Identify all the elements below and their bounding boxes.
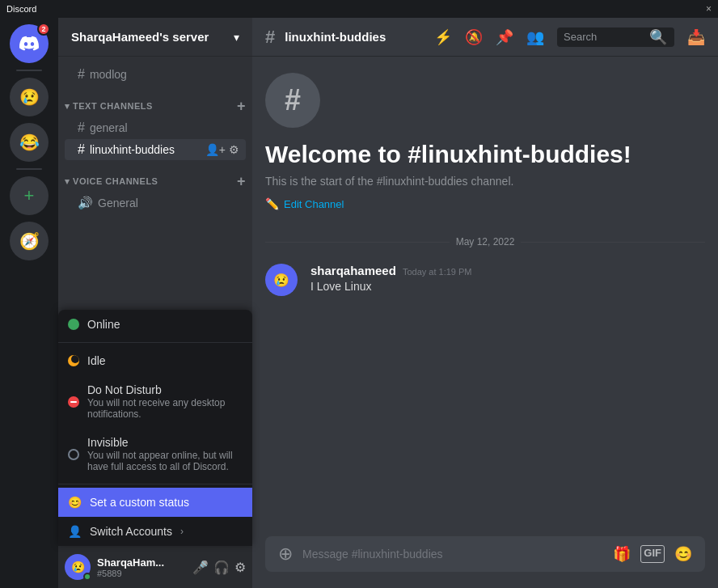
- user-controls: 🎤 🎧 ⚙: [192, 560, 246, 575]
- invisible-desc: You will not appear online, but will hav…: [87, 450, 243, 472]
- hash-welcome-icon: #: [285, 83, 301, 117]
- header-icons: ⚡ 🔕 📌 👥 🔍 📥: [434, 27, 705, 47]
- switch-accounts-icon: 👤: [68, 525, 82, 538]
- close-button[interactable]: ×: [706, 3, 712, 15]
- message-input[interactable]: [302, 548, 603, 561]
- server-dropdown-icon: ▾: [234, 31, 239, 44]
- idle-status-icon: [68, 355, 79, 366]
- welcome-description: This is the start of the #linuxhint-budd…: [265, 175, 705, 188]
- switch-accounts-label: Switch Accounts: [90, 525, 172, 538]
- idle-label: Idle: [87, 354, 106, 367]
- titlebar-title: Discord: [6, 4, 706, 14]
- user-avatar[interactable]: 😢: [65, 554, 91, 580]
- set-custom-status-item[interactable]: → 😊 Set a custom status: [58, 488, 252, 517]
- custom-status-emoji: 😊: [68, 496, 82, 509]
- invisible-content: Invisible You will not appear online, bu…: [87, 436, 243, 472]
- message-item: 😢 sharqahameed Today at 1:19 PM I Love L…: [265, 260, 705, 299]
- status-idle-item[interactable]: Idle: [58, 346, 252, 375]
- channel-item-linuxhint-buddies[interactable]: # linuxhint-buddies 👤+ ⚙: [65, 139, 246, 160]
- section-chevron: ▾: [65, 176, 73, 186]
- message-author: sharqahameed: [310, 264, 396, 277]
- messages-area: # Welcome to #linuxhint-buddies! This is…: [252, 57, 718, 536]
- search-icon: 🔍: [649, 28, 667, 46]
- add-text-channel-button[interactable]: +: [237, 99, 246, 113]
- message-input-area: ⊕ 🎁 GIF 😊: [252, 536, 718, 588]
- channel-item-general-voice[interactable]: 🔊 General: [65, 192, 246, 214]
- channel-sidebar: SharqaHameed's server ▾ # modlog ▾ TEXT …: [58, 18, 252, 588]
- pencil-icon: ✏️: [265, 197, 279, 210]
- gift-icon[interactable]: 🎁: [613, 545, 631, 563]
- status-dnd-item[interactable]: Do Not Disturb You will not receive any …: [58, 375, 252, 428]
- gif-button[interactable]: GIF: [640, 545, 665, 563]
- add-server-button[interactable]: +: [10, 176, 49, 215]
- member-list-icon[interactable]: 👥: [526, 28, 544, 46]
- dnd-status-icon: [68, 396, 79, 408]
- server-icon-1[interactable]: 😢: [10, 78, 49, 116]
- mute-icon[interactable]: 🔕: [465, 28, 483, 46]
- message-author-avatar: 😢: [265, 264, 298, 296]
- inbox-icon[interactable]: 📥: [687, 28, 705, 46]
- headphones-button[interactable]: 🎧: [213, 560, 230, 575]
- status-online-item[interactable]: Online: [58, 310, 252, 339]
- threads-icon[interactable]: ⚡: [434, 28, 452, 46]
- date-line-left: [265, 242, 450, 243]
- menu-divider-2: [58, 484, 252, 484]
- server-divider-2: [16, 168, 42, 170]
- message-header: sharqahameed Today at 1:19 PM: [310, 264, 705, 277]
- emoji-button[interactable]: 😊: [674, 545, 692, 563]
- channel-name: general: [90, 121, 128, 134]
- status-context-menu: Online Idle Do Not Disturb You will not …: [58, 310, 252, 546]
- custom-status-label: Set a custom status: [90, 496, 189, 509]
- add-member-icon[interactable]: 👤+: [205, 143, 226, 156]
- voice-channels-label: ▾ VOICE CHANNELS: [65, 176, 158, 187]
- microphone-button[interactable]: 🎤: [192, 560, 209, 575]
- user-info: SharqaHam... #5889: [97, 556, 186, 578]
- status-invisible-item[interactable]: Invisible You will not appear online, bu…: [58, 428, 252, 480]
- discord-home-button[interactable]: 2: [10, 24, 49, 63]
- server-header[interactable]: SharqaHameed's server ▾: [58, 18, 252, 57]
- invisible-title: Invisible: [87, 436, 243, 449]
- hash-icon: #: [78, 67, 85, 82]
- online-label: Online: [87, 318, 120, 331]
- search-input[interactable]: [564, 31, 644, 43]
- channel-header-name: linuxhint-buddies: [285, 30, 386, 44]
- text-channels-section[interactable]: ▾ TEXT CHANNELS +: [58, 86, 252, 116]
- dnd-desc: You will not receive any desktop notific…: [87, 397, 243, 420]
- channel-item-modlog[interactable]: # modlog: [65, 64, 246, 85]
- text-channels-label: ▾ TEXT CHANNELS: [65, 101, 153, 112]
- user-settings-button[interactable]: ⚙: [234, 560, 246, 575]
- main-content: # linuxhint-buddies ⚡ 🔕 📌 👥 🔍 📥 # Wel: [252, 18, 718, 588]
- add-voice-channel-button[interactable]: +: [237, 174, 246, 188]
- titlebar: Discord ×: [0, 0, 718, 18]
- pinned-messages-icon[interactable]: 📌: [496, 28, 513, 46]
- user-area: 😢 SharqaHam... #5889 🎤 🎧 ⚙: [58, 546, 252, 588]
- invisible-status-icon: [68, 449, 79, 460]
- channel-actions: 👤+ ⚙: [205, 143, 239, 156]
- chevron-right-icon: ›: [180, 526, 184, 537]
- online-status-icon: [68, 319, 79, 330]
- search-bar[interactable]: 🔍: [557, 27, 674, 47]
- date-divider: May 12, 2022: [265, 236, 705, 247]
- channel-name: linuxhint-buddies: [90, 143, 175, 156]
- app-body: 2 😢 😂 + 🧭 SharqaHameed's server ▾ # modl…: [0, 18, 718, 588]
- settings-icon[interactable]: ⚙: [229, 143, 239, 156]
- edit-channel-button[interactable]: ✏️ Edit Channel: [265, 197, 705, 210]
- date-line-right: [521, 242, 705, 243]
- switch-accounts-item[interactable]: 👤 Switch Accounts ›: [58, 517, 252, 546]
- input-icons: 🎁 GIF 😊: [613, 545, 692, 563]
- server-divider: [16, 70, 42, 71]
- channel-name: modlog: [90, 68, 127, 81]
- message-content: sharqahameed Today at 1:19 PM I Love Lin…: [310, 264, 705, 296]
- speaker-icon: 🔊: [78, 196, 93, 210]
- username: SharqaHam...: [97, 556, 186, 569]
- voice-channels-section[interactable]: ▾ VOICE CHANNELS +: [58, 161, 252, 192]
- explore-servers-button[interactable]: 🧭: [10, 222, 49, 260]
- add-file-button[interactable]: ⊕: [278, 544, 293, 565]
- channel-name: General: [98, 197, 138, 209]
- channel-item-general[interactable]: # general: [65, 117, 246, 138]
- message-text: I Love Linux: [310, 279, 705, 295]
- server-icon-2[interactable]: 😂: [10, 123, 49, 162]
- channel-header: # linuxhint-buddies ⚡ 🔕 📌 👥 🔍 📥: [252, 18, 718, 57]
- channel-welcome: # Welcome to #linuxhint-buddies! This is…: [265, 73, 705, 223]
- server-rail: 2 😢 😂 + 🧭: [0, 18, 58, 588]
